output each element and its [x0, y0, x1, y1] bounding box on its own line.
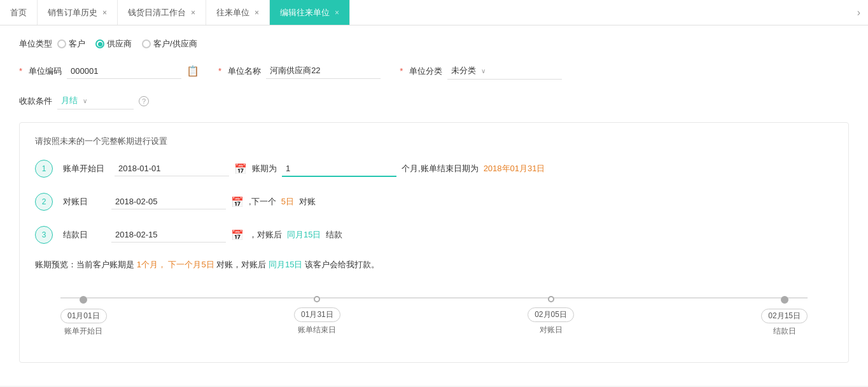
- preview-same15: 同月15日: [269, 260, 302, 269]
- close-icon[interactable]: ×: [102, 8, 107, 17]
- tl-dot-3: [548, 296, 554, 302]
- step-1-row: 1 账单开始日 📅 账期为 个月,账单结束日期为 2018年01月31日: [35, 160, 833, 178]
- step-1-label: 账单开始日: [63, 163, 104, 174]
- tl-label-2: 账单结束日: [298, 325, 336, 335]
- tl-dot-1: [80, 296, 87, 304]
- unit-name-input[interactable]: [266, 64, 381, 79]
- payment-term-value: 月结: [61, 95, 78, 106]
- step-3-num: 3: [35, 226, 53, 244]
- payment-term-select[interactable]: 月结 ∨: [57, 92, 134, 109]
- payment-date-input[interactable]: [111, 227, 226, 243]
- tl-badge-3: 02月05日: [528, 307, 574, 322]
- preview-label: 账期预览：当前客户账期是: [35, 260, 134, 269]
- payment-term-item: 收款条件 月结 ∨ ?: [19, 92, 149, 109]
- timeline-container: 01月01日 账单开始日 01月31日 账单结束日 02月0: [35, 283, 833, 349]
- tl-badge-4: 02月15日: [761, 309, 808, 323]
- timeline-point-3: 02月05日 对账日: [528, 296, 574, 335]
- preview-end: 该客户会给我打款。: [305, 260, 379, 269]
- preview-next5: 下一个月5日: [168, 260, 214, 269]
- preview-mid: 对账，对账后: [216, 260, 266, 269]
- timeline-point-1: 01月01日 账单开始日: [60, 296, 107, 337]
- reconcile-date-input[interactable]: [111, 194, 226, 209]
- unit-code-input[interactable]: [67, 64, 181, 79]
- unit-category-item: * 单位分类 未分类 ∨: [400, 62, 562, 80]
- payment-term-row: 收款条件 月结 ∨ ?: [19, 92, 849, 109]
- step-1-content: 📅 账期为 个月,账单结束日期为 2018年01月31日: [115, 161, 545, 177]
- required-star-3: *: [400, 66, 403, 76]
- radio-circle-supplier: [95, 39, 104, 48]
- main-content: 单位类型 客户 供应商 客户/供应商 * 单位编码: [0, 25, 868, 386]
- tl-badge-2: 01月31日: [294, 307, 340, 322]
- step-3-content: 📅 ，对账后 同月15日 结款: [111, 227, 342, 243]
- radio-circle-customer: [57, 39, 66, 48]
- chevron-down-icon-2: ∨: [83, 97, 87, 104]
- tab-home[interactable]: 首页: [0, 0, 38, 25]
- calendar-icon-1[interactable]: 📅: [234, 163, 247, 175]
- timeline-point-4: 02月15日 结款日: [761, 296, 808, 337]
- radio-both[interactable]: 客户/供应商: [142, 38, 197, 50]
- unit-code-label: 单位编码: [29, 66, 62, 77]
- tl-badge-1: 01月01日: [60, 309, 107, 323]
- tab-home-label: 首页: [10, 7, 27, 18]
- reconcile-day: 5日: [281, 196, 294, 208]
- radio-customer-label: 客户: [69, 38, 85, 50]
- close-icon[interactable]: ×: [191, 8, 195, 17]
- step-2-label: 对账日: [63, 196, 101, 208]
- calendar-icon-2[interactable]: 📅: [231, 196, 244, 208]
- radio-circle-both: [142, 39, 151, 48]
- payment-term-label: 收款条件: [19, 95, 52, 107]
- step-2-num: 2: [35, 193, 53, 211]
- step-2-row: 2 对账日 📅 ,下一个 5日 对账: [35, 193, 833, 211]
- preview-1month: 1个月，: [137, 260, 166, 269]
- unit-category-value: 未分类: [451, 65, 476, 76]
- step-2-content: 📅 ,下一个 5日 对账: [111, 194, 316, 209]
- tab-partner[interactable]: 往来单位 ×: [206, 0, 270, 25]
- period-for-label: 账期为: [252, 163, 277, 174]
- unit-info-row: * 单位编码 📋 * 单位名称 * 单位分类 未分类 ∨: [19, 62, 849, 80]
- radio-customer[interactable]: 客户: [57, 38, 85, 50]
- unit-type-row: 单位类型 客户 供应商 客户/供应商: [19, 38, 849, 50]
- radio-both-label: 客户/供应商: [153, 38, 197, 50]
- required-star: *: [19, 66, 22, 76]
- unit-code-item: * 单位编码 📋: [19, 64, 199, 79]
- tl-label-1: 账单开始日: [64, 326, 102, 337]
- chevron-down-icon: ∨: [481, 67, 486, 74]
- period-value-input[interactable]: [282, 161, 396, 177]
- help-icon[interactable]: ?: [139, 96, 149, 106]
- tab-more-button[interactable]: ›: [850, 0, 868, 25]
- tl-label-3: 对账日: [540, 325, 563, 335]
- tl-label-4: 结款日: [773, 326, 796, 337]
- copy-icon[interactable]: 📋: [186, 65, 199, 77]
- radio-supplier-label: 供应商: [107, 38, 132, 50]
- reconcile-post-label: 对账: [299, 196, 316, 208]
- tab-cash-work[interactable]: 钱货日清工作台 ×: [118, 0, 206, 25]
- preview-text: 账期预览：当前客户账期是 1个月， 下一个月5日 对账，对账后 同月15日 该客…: [35, 259, 833, 271]
- panel-instruction: 请按照未来的一个完整帐期进行设置: [35, 136, 833, 147]
- tl-dot-2: [314, 296, 320, 302]
- step-1-num: 1: [35, 160, 53, 178]
- required-star-2: *: [218, 66, 221, 76]
- reconcile-pre-label: ,下一个: [249, 196, 276, 208]
- tab-sales-history[interactable]: 销售订单历史 ×: [38, 0, 118, 25]
- tl-dot-4: [781, 296, 788, 304]
- close-icon[interactable]: ×: [255, 8, 259, 17]
- unit-name-label: 单位名称: [228, 66, 261, 77]
- tab-cash-work-label: 钱货日清工作台: [128, 7, 186, 18]
- payment-post-label: 结款: [326, 229, 342, 241]
- tab-sales-history-label: 销售订单历史: [48, 7, 97, 18]
- payment-same-day: 同月15日: [287, 229, 321, 241]
- start-date-input[interactable]: [115, 161, 229, 176]
- unit-type-label: 单位类型: [19, 38, 52, 50]
- payment-pre-label: ，对账后: [249, 229, 282, 241]
- unit-category-label: 单位分类: [409, 66, 442, 77]
- tab-edit-partner[interactable]: 编辑往来单位 ×: [270, 0, 350, 25]
- period-unit-label: 个月,账单结束日期为: [402, 163, 479, 174]
- calendar-icon-3[interactable]: 📅: [231, 229, 244, 241]
- radio-supplier[interactable]: 供应商: [95, 38, 132, 50]
- tabs-bar: 首页 销售订单历史 × 钱货日清工作台 × 往来单位 × 编辑往来单位 × ›: [0, 0, 868, 25]
- unit-category-select[interactable]: 未分类 ∨: [447, 62, 562, 80]
- settings-panel: 请按照未来的一个完整帐期进行设置 1 账单开始日 📅 账期为 个月,账单结束日期…: [19, 122, 849, 363]
- step-3-row: 3 结款日 📅 ，对账后 同月15日 结款: [35, 226, 833, 244]
- close-icon[interactable]: ×: [335, 8, 339, 17]
- tab-edit-partner-label: 编辑往来单位: [280, 7, 330, 18]
